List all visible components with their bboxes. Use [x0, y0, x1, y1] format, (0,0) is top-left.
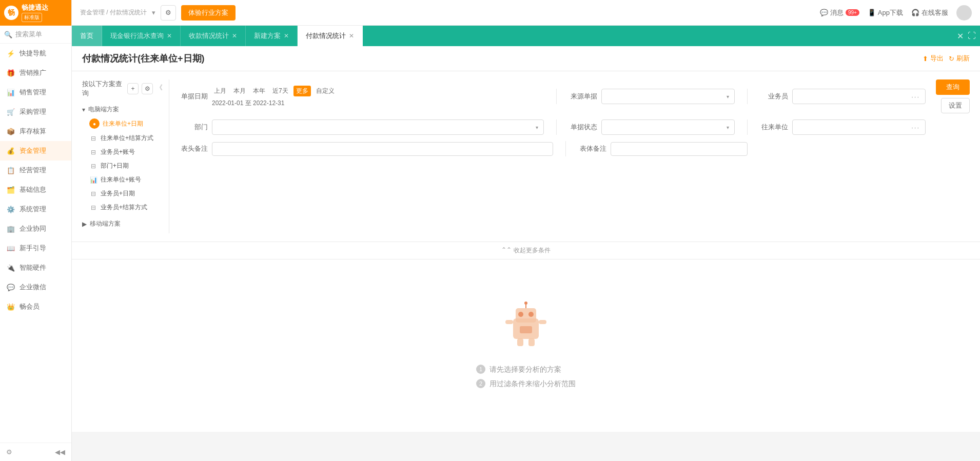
sidebar-item-member[interactable]: 👑 畅会员 [0, 297, 71, 316]
date-btn-this-month[interactable]: 本月 [231, 86, 248, 96]
scheme-settings-btn[interactable]: ⚙ [142, 83, 153, 94]
sidebar-item-purchase[interactable]: 🛒 采购管理 [0, 102, 71, 122]
refresh-button[interactable]: ↻ 刷新 [949, 54, 970, 63]
scheme-table-icon: ⊟ [89, 148, 97, 156]
sidebar-item-guide[interactable]: 📖 新手引导 [0, 238, 71, 258]
tab-fullscreen-btn[interactable]: ⛶ [968, 31, 976, 41]
app-download-item[interactable]: 📱 App下载 [868, 8, 903, 17]
scheme-active-icon: ● [89, 118, 100, 129]
query-button[interactable]: 查询 [936, 79, 970, 95]
scheme-item-label: 业务员+日期 [101, 189, 135, 198]
date-btn-more[interactable]: 更多 [293, 86, 311, 96]
empty-tip-2: 2 用过滤条件来缩小分析范围 [476, 376, 576, 391]
export-button[interactable]: ⬆ 导出 [923, 54, 944, 63]
scheme-item-sales-date[interactable]: ⊟ 业务员+日期 [86, 187, 163, 201]
filter-source-select[interactable]: ▾ [601, 89, 735, 104]
filter-partner-label: 往来单位 [760, 123, 788, 132]
tab-bank-flow-label: 现金银行流水查询 [110, 31, 164, 41]
filter-header-note-input[interactable] [212, 142, 553, 156]
sidebar-item-label: 企业协同 [19, 224, 46, 233]
filter-partner-select[interactable]: ··· [792, 119, 926, 135]
collapse-bar[interactable]: ⌃⌃ 收起更多条件 [72, 242, 980, 259]
sidebar-item-system[interactable]: ⚙️ 系统管理 [0, 199, 71, 219]
sidebar-item-label: 经营管理 [19, 166, 46, 175]
scheme-item-partner-settle[interactable]: ⊟ 往来单位+结算方式 [86, 131, 163, 145]
scheme-item-label: 业务员+结算方式 [101, 203, 147, 212]
tab-close-all-btn[interactable]: ✕ [957, 31, 964, 41]
user-avatar[interactable] [956, 5, 972, 21]
scheme-header-title: 按以下方案查询 [82, 79, 127, 98]
filter-docstatus-select[interactable]: ▾ [601, 119, 735, 135]
scheme-group-desktop-title[interactable]: ▾ 电脑端方案 [82, 103, 163, 116]
tab-payments-close[interactable]: ✕ [349, 32, 354, 39]
tab-bar-end: ✕ ⛶ [957, 26, 980, 46]
footer-settings-icon[interactable]: ⚙ [6, 448, 12, 456]
search-menu[interactable]: 🔍 搜索菜单 [0, 26, 71, 44]
scheme-item-sales-settle[interactable]: ⊟ 业务员+结算方式 [86, 201, 163, 214]
sidebar-item-marketing[interactable]: 🎁 营销推广 [0, 63, 71, 83]
messages-label: 消息 [830, 8, 844, 17]
tab-receipts-label: 收款情况统计 [189, 31, 229, 41]
tab-new-scheme-label: 新建方案 [254, 31, 281, 41]
sidebar-item-operations[interactable]: 📋 经营管理 [0, 161, 71, 180]
sidebar-item-sales[interactable]: 📊 销售管理 [0, 83, 71, 102]
tab-receipts-close[interactable]: ✕ [232, 32, 237, 39]
sidebar-item-enterprise[interactable]: 🏢 企业协同 [0, 219, 71, 238]
scheme-list-desktop: ● 往来单位+日期 ⊟ 往来单位+结算方式 ⊟ 业务员+账号 ⊟ [82, 116, 163, 214]
sidebar-item-label: 采购管理 [19, 107, 46, 116]
settings-button[interactable]: 设置 [941, 98, 970, 113]
scheme-item-dept-date[interactable]: ⊟ 部门+日期 [86, 159, 163, 173]
tab-payments[interactable]: 付款情况统计 ✕ [298, 26, 363, 46]
filter-salesperson-item: 业务员 ··· [760, 89, 926, 104]
date-btn-last-month[interactable]: 上月 [212, 86, 228, 96]
sidebar-item-weixin[interactable]: 💬 企业微信 [0, 277, 71, 297]
messages-item[interactable]: 💬 消息 99+ [820, 8, 859, 17]
tab-bank-flow-close[interactable]: ✕ [167, 32, 172, 39]
search-label: 搜索菜单 [15, 30, 42, 39]
tab-bar: 首页 现金银行流水查询 ✕ 收款情况统计 ✕ 新建方案 ✕ 付款情况统计 ✕ ✕… [72, 26, 980, 46]
tab-new-scheme-close[interactable]: ✕ [284, 32, 289, 39]
filter-sep-2 [747, 89, 748, 104]
filter-salesperson-select[interactable]: ··· [792, 89, 926, 104]
sidebar-item-label: 营销推广 [19, 68, 46, 77]
collapse-label: 收起更多条件 [514, 246, 551, 255]
empty-illustration [500, 300, 552, 352]
date-btn-7days[interactable]: 近7天 [270, 86, 290, 96]
sidebar-item-label: 资金管理 [19, 146, 46, 155]
scheme-group-mobile-title[interactable]: ▶ 移动端方案 [82, 217, 163, 230]
search-icon: 🔍 [4, 31, 12, 38]
scheme-collapse-btn[interactable]: 《 [156, 83, 163, 94]
scheme-item-partner-date[interactable]: ● 往来单位+日期 [86, 116, 163, 131]
sidebar-item-inventory[interactable]: 📦 库存核算 [0, 122, 71, 141]
scheme-item-label: 往来单位+结算方式 [101, 134, 153, 143]
sidebar-item-label: 智能硬件 [19, 263, 46, 272]
tab-payments-label: 付款情况统计 [306, 31, 346, 41]
filter-dept-select[interactable]: ▾ [212, 119, 544, 135]
tab-receipts[interactable]: 收款情况统计 ✕ [181, 26, 246, 46]
scheme-panel: 按以下方案查询 + ⚙ 《 ▾ 电脑端方案 ● 往来 [82, 79, 169, 233]
tab-home[interactable]: 首页 [72, 26, 102, 46]
refresh-icon: ↻ [949, 55, 954, 63]
scheme-item-partner-account[interactable]: 📊 往来单位+账号 [86, 173, 163, 187]
scheme-item-sales-account[interactable]: ⊟ 业务员+账号 [86, 145, 163, 159]
tab-bank-flow[interactable]: 现金银行流水查询 ✕ [102, 26, 181, 46]
scheme-group-desktop: ▾ 电脑端方案 ● 往来单位+日期 ⊟ 往来单位+结算方式 ⊟ [82, 103, 163, 214]
settings-btn[interactable]: ⚙ [161, 5, 176, 21]
date-btn-custom[interactable]: 自定义 [314, 86, 337, 96]
industry-scheme-button[interactable]: 体验行业方案 [181, 5, 236, 21]
filter-body-note-input[interactable] [611, 142, 748, 156]
system-icon: ⚙️ [6, 205, 15, 214]
sidebar-collapse-btn[interactable]: ◀◀ [55, 448, 65, 456]
sidebar-item-quick-nav[interactable]: ⚡ 快捷导航 [0, 44, 71, 63]
online-service-item[interactable]: 🎧 在线客服 [911, 8, 948, 17]
sidebar-item-smart[interactable]: 🔌 智能硬件 [0, 258, 71, 277]
breadcrumb-dropdown-icon[interactable]: ▾ [152, 9, 155, 16]
scheme-group-desktop-label: 电脑端方案 [88, 105, 119, 114]
sidebar-item-basic[interactable]: 🗂️ 基础信息 [0, 180, 71, 199]
tab-new-scheme[interactable]: 新建方案 ✕ [246, 26, 298, 46]
sidebar-item-capital[interactable]: 💰 资金管理 [0, 141, 71, 161]
scheme-item-label: 部门+日期 [101, 162, 129, 170]
scheme-item-label: 往来单位+账号 [101, 175, 141, 184]
scheme-add-btn[interactable]: + [127, 83, 139, 94]
date-btn-this-year[interactable]: 本年 [251, 86, 267, 96]
